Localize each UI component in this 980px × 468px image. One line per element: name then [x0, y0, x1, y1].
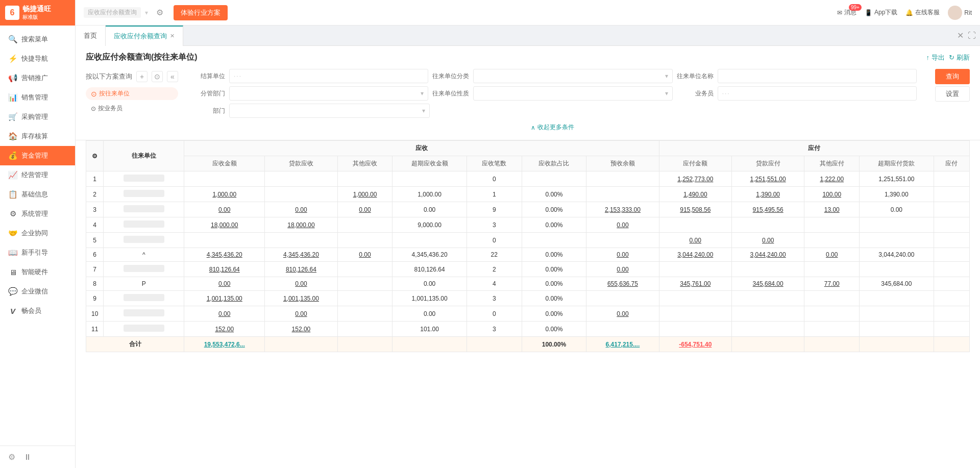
search-icon: 🔍: [8, 35, 17, 44]
table-area: ⚙ 往来单位 应收 应付 应收金额 贷款应收 其他应收 超期应收金额 应收笔数 …: [76, 140, 980, 468]
footer-ar-overdue: [393, 337, 467, 352]
action-buttons: 查询 设置: [935, 69, 970, 102]
tab-arbalance[interactable]: 应收应付余额查询 ✕: [106, 26, 183, 46]
user-profile[interactable]: Rit: [948, 6, 972, 20]
scheme-partner-label: 按往来单位: [99, 89, 130, 98]
input-salesperson[interactable]: ···: [718, 86, 917, 101]
footer-ar-other: [337, 337, 393, 352]
filter-add-icon[interactable]: +: [136, 71, 148, 82]
input-partner-nature[interactable]: ▾: [473, 86, 672, 101]
th-settings[interactable]: ⚙: [86, 141, 104, 171]
scheme-partner-icon: ⊙: [91, 90, 97, 98]
sales-icon: 📊: [8, 93, 17, 102]
tab-right-actions: ✕ ⛶: [957, 31, 980, 40]
sidebar-label-hardware: 智能硬件: [21, 267, 48, 277]
input-settlement-unit[interactable]: ···: [229, 69, 428, 83]
vip-icon: V: [8, 307, 17, 315]
promo-button[interactable]: 体验行业方案: [174, 5, 228, 20]
sidebar-item-inventory[interactable]: 🏠 库存核算: [0, 127, 75, 146]
sidebar-label-marketing: 营销推广: [21, 73, 48, 83]
sidebar-label-guide: 新手引导: [21, 248, 48, 257]
collapse-sidebar-icon[interactable]: ⏸: [23, 453, 32, 462]
collapse-label: 收起更多条件: [537, 123, 574, 132]
filter-settings-icon[interactable]: ⊙: [152, 71, 163, 82]
messages-button[interactable]: ✉ 消息 99+: [837, 8, 856, 17]
partner-name: [104, 217, 184, 233]
sidebar-label-finance: 资金管理: [21, 151, 48, 160]
tab-maximize-icon[interactable]: ⛶: [968, 31, 976, 40]
quicknav-icon: ⚡: [8, 54, 17, 63]
footer-ap-total[interactable]: -654,751.40: [659, 337, 731, 352]
system-icon: ⚙: [8, 209, 17, 218]
partner-name: [104, 202, 184, 217]
sidebar-label-inventory: 库存核算: [21, 132, 48, 141]
app-download-button[interactable]: 📱 App下载: [865, 8, 897, 17]
page-area: 应收应付余额查询(按往来单位) ↑ 导出 ↻ 刷新 按以下方案查询: [76, 46, 980, 468]
management-icon: 📈: [8, 170, 17, 180]
input-department[interactable]: ▾: [229, 104, 430, 118]
partner-name: [104, 233, 184, 248]
settings-button[interactable]: 设置: [935, 86, 970, 102]
th-ar-other: 其他应收: [337, 156, 393, 171]
scheme-by-salesperson[interactable]: ⊙ 按业务员: [86, 102, 178, 115]
th-ar-loan: 贷款应收: [265, 156, 337, 171]
sidebar-label-sales: 销售管理: [21, 93, 48, 102]
field-salesperson: 业务员 ···: [677, 86, 917, 101]
purchase-icon: 🛒: [8, 112, 17, 121]
base-icon: 📋: [8, 190, 17, 199]
field-settlement-unit: 结算单位 ···: [188, 69, 428, 83]
sidebar-item-guide[interactable]: 📖 新手引导: [0, 243, 75, 262]
tab-home[interactable]: 首页: [76, 26, 106, 46]
scheme-sales-icon: ⊙: [91, 105, 96, 112]
online-service-button[interactable]: 🔔 在线客服: [905, 8, 940, 17]
export-button[interactable]: ↑ 导出: [926, 53, 945, 62]
footer-ar-prepay[interactable]: 6,417,215....: [586, 337, 659, 352]
sidebar-item-management[interactable]: 📈 经营管理: [0, 165, 75, 185]
sidebar-item-purchase[interactable]: 🛒 采购管理: [0, 107, 75, 127]
scheme-by-partner[interactable]: ⊙ 按往来单位: [86, 87, 178, 100]
guide-icon: 📖: [8, 248, 17, 257]
refresh-button[interactable]: ↻ 刷新: [949, 53, 970, 62]
footer-ar-total[interactable]: 19,553,472,6...: [184, 337, 265, 352]
settings-bottom-icon[interactable]: ⚙: [8, 452, 15, 462]
sidebar-item-sales[interactable]: 📊 销售管理: [0, 88, 75, 107]
scheme-sales-label: 按业务员: [98, 104, 122, 113]
sidebar-item-system[interactable]: ⚙ 系统管理: [0, 204, 75, 224]
tab-close-window-icon[interactable]: ✕: [957, 31, 964, 40]
gear-icon[interactable]: ⚙: [156, 8, 163, 17]
input-partner-name[interactable]: [718, 69, 917, 83]
collapse-more-btn[interactable]: ∧ 收起更多条件: [188, 121, 917, 134]
sidebar-bottom: ⚙ ⏸: [0, 446, 75, 468]
footer-ap-overdue: [860, 337, 934, 352]
sidebar-item-wechat[interactable]: 💬 企业微信: [0, 282, 75, 301]
query-button[interactable]: 查询: [935, 69, 970, 84]
label-partner-nature: 往来单位性质: [432, 89, 473, 98]
field-partner-name: 往来单位名称: [677, 69, 917, 83]
sidebar-label-vip: 畅会员: [21, 306, 41, 315]
online-service-label: 在线客服: [915, 8, 940, 17]
footer-ap-loan: [731, 337, 804, 352]
tab-close-icon[interactable]: ✕: [170, 33, 175, 39]
filter-collapse-icon[interactable]: «: [167, 71, 178, 82]
label-settlement-unit: 结算单位: [188, 72, 229, 81]
sidebar-item-finance[interactable]: 💰 资金管理: [0, 146, 75, 165]
sidebar-item-collab[interactable]: 🤝 企业协同: [0, 224, 75, 243]
sidebar-item-hardware[interactable]: 🖥 智能硬件: [0, 262, 75, 282]
table-row: 500.000.00: [86, 233, 970, 248]
user-avatar: [948, 6, 962, 20]
sidebar-item-search[interactable]: 🔍 搜索菜单: [0, 30, 75, 49]
sidebar-item-marketing[interactable]: 📢 营销推广: [0, 68, 75, 88]
input-partner-category[interactable]: ▾: [473, 69, 672, 83]
label-department: 部门: [188, 107, 229, 115]
messages-icon: ✉: [837, 9, 842, 16]
filter-area: 按以下方案查询 + ⊙ « ⊙ 按往来单位 ⊙ 按业务员: [76, 63, 980, 140]
sidebar-item-base[interactable]: 📋 基础信息: [0, 185, 75, 204]
messages-badge: 99+: [849, 4, 862, 11]
sidebar-item-vip[interactable]: V 畅会员: [0, 301, 75, 321]
input-dept[interactable]: ▾: [229, 86, 428, 101]
collab-icon: 🤝: [8, 229, 17, 238]
footer-ar-loan: [265, 337, 337, 352]
marketing-icon: 📢: [8, 73, 17, 83]
sidebar-item-quicknav[interactable]: ⚡ 快捷导航: [0, 49, 75, 68]
sidebar-label-search: 搜索菜单: [21, 35, 48, 44]
